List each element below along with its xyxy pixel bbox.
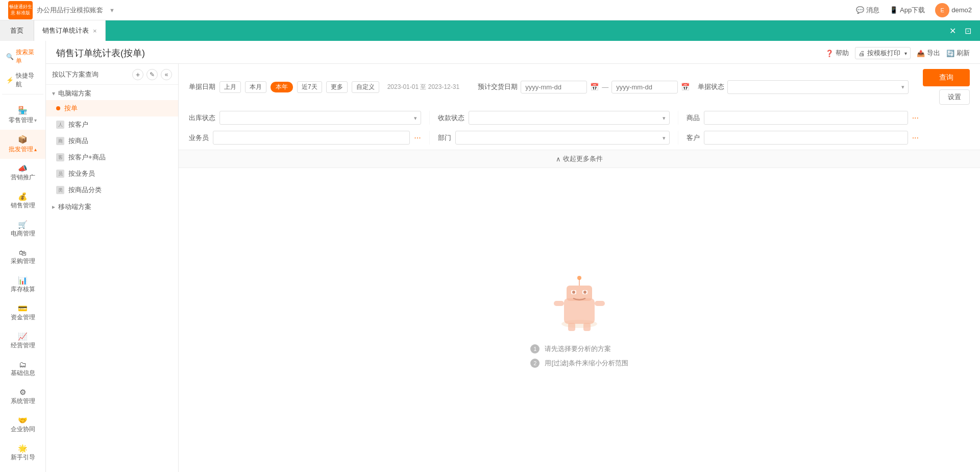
tab-home-label: 首页 <box>10 26 23 35</box>
quick-nav-btn[interactable]: ⚡ 快捷导航 <box>2 68 43 92</box>
refresh-btn[interactable]: 🔄 刷新 <box>946 49 970 58</box>
wholesale-icon: 📦 <box>18 135 28 144</box>
sidebar-item-finance[interactable]: 💳 资金管理 <box>0 299 45 327</box>
main-right: 单据日期 上月 本月 本年 近7天 更多 自定义 2023-01-01 至 20… <box>179 64 980 472</box>
tip2-num-icon: 2 <box>530 359 540 368</box>
query-btn[interactable]: 查询 <box>923 69 970 86</box>
collapse-bar[interactable]: ∧ 收起更多条件 <box>179 150 980 168</box>
message-label: 消息 <box>866 6 879 15</box>
tip2-text: 用[过滤]条件来缩小分析范围 <box>545 359 628 368</box>
tree-item-by-goods[interactable]: 商 按商品 <box>46 133 178 149</box>
pred-date-start-icon: 📅 <box>590 83 599 91</box>
action-btns: 查询 设置 <box>923 69 970 105</box>
warehouse-select-wrapper: ▾ <box>219 111 421 125</box>
sidebar-item-inventory[interactable]: 📊 库存核算 <box>0 271 45 299</box>
tree-item-by-customer-goods[interactable]: 客 按客户+商品 <box>46 149 178 166</box>
app-download-btn[interactable]: 📱 App下载 <box>890 6 925 15</box>
sidebar-item-guide[interactable]: 🌟 新手引导 <box>0 439 45 467</box>
edit-scheme-btn[interactable]: ✎ <box>146 69 158 80</box>
pred-date-start-input[interactable] <box>521 81 587 93</box>
tip1-text: 请先选择要分析的方案 <box>545 344 611 353</box>
customer-input[interactable] <box>704 131 908 145</box>
customer-more-btn[interactable]: ··· <box>912 133 919 143</box>
maximize-btn[interactable]: ⊡ <box>962 25 974 37</box>
ecommerce-icon: 🛒 <box>18 220 28 229</box>
sidebar-item-ecommerce[interactable]: 🛒 电商管理 <box>0 215 45 243</box>
close-all-btn[interactable]: ✕ <box>946 25 959 37</box>
top-bar-right: 💬 消息 📱 App下载 E demo2 <box>856 3 972 17</box>
sidebar-item-operations[interactable]: 📈 经营管理 <box>0 327 45 355</box>
tab-home[interactable]: 首页 <box>0 20 34 41</box>
app-title[interactable]: 办公用品行业模拟账套 <box>37 6 103 15</box>
filter-row3: 业务员 ··· 部门 ▾ <box>179 128 980 150</box>
sidebar-item-marketing[interactable]: 📣 营销推广 <box>0 159 45 187</box>
settings-btn[interactable]: 设置 <box>939 89 970 105</box>
sidebar-item-retail[interactable]: 🏪 零售管理 ▾ <box>0 101 45 130</box>
goods-input[interactable] <box>704 111 908 125</box>
user-btn[interactable]: E demo2 <box>935 3 972 17</box>
more-date-btn[interactable]: 更多 <box>326 81 348 93</box>
sales-label: 销售管理 <box>11 202 35 209</box>
this-year-btn[interactable]: 本年 <box>271 82 293 92</box>
tree-item-by-salesman-label: 按业务员 <box>68 169 95 178</box>
pred-date-end-input[interactable] <box>611 81 678 93</box>
svg-rect-9 <box>568 323 575 331</box>
inventory-icon: 📊 <box>18 276 28 285</box>
tab-current[interactable]: 销售订单统计表 × <box>34 20 106 41</box>
sidebar-top: 🔍 搜索菜单 ⚡ 快捷导航 <box>0 41 45 101</box>
sidebar-item-apps[interactable]: 🔲 应用中心 <box>0 467 45 472</box>
tab-close-icon[interactable]: × <box>93 27 97 35</box>
warehouse-select[interactable] <box>219 111 421 125</box>
search-menu-btn[interactable]: 🔍 搜索菜单 <box>2 45 43 68</box>
custom-date-btn[interactable]: 自定义 <box>352 81 379 93</box>
dept-label: 部门 <box>438 133 451 143</box>
filters-area: 单据日期 上月 本月 本年 近7天 更多 自定义 2023-01-01 至 20… <box>179 64 980 168</box>
salesman-filter-label: 业务员 <box>189 133 209 143</box>
dept-select[interactable] <box>455 131 670 145</box>
svg-rect-7 <box>554 301 564 306</box>
tree-item-by-salesman[interactable]: 员 按业务员 <box>46 166 178 182</box>
retail-arrow: ▾ <box>34 117 37 123</box>
date-range-display: 2023-01-01 至 2023-12-31 <box>387 83 459 91</box>
avatar: E <box>935 3 949 17</box>
message-btn[interactable]: 💬 消息 <box>856 6 879 15</box>
active-dot-icon <box>56 106 60 110</box>
logo-text: 畅捷通好生意 标准版 <box>8 4 33 16</box>
tree-item-by-customer[interactable]: 人 按客户 <box>46 116 178 133</box>
status-label: 单据状态 <box>698 82 724 91</box>
tree-item-by-category[interactable]: 类 按商品分类 <box>46 182 178 198</box>
tree-item-by-order[interactable]: 按单 <box>46 100 178 116</box>
add-scheme-btn[interactable]: + <box>132 69 143 80</box>
payment-select[interactable] <box>469 111 670 125</box>
goods-more-btn[interactable]: ··· <box>912 113 919 123</box>
print-btn[interactable]: 🖨 按模板打印 ▾ <box>855 47 911 59</box>
sidebar-item-wholesale[interactable]: 📦 批发管理 ▴ <box>0 130 45 159</box>
wholesale-label: 批发管理 <box>9 145 33 154</box>
app-title-arrow[interactable]: ▼ <box>109 7 115 13</box>
filter-row1: 单据日期 上月 本月 本年 近7天 更多 自定义 2023-01-01 至 20… <box>179 64 980 108</box>
refresh-icon: 🔄 <box>946 50 954 57</box>
last7days-btn[interactable]: 近7天 <box>297 81 322 93</box>
sidebar-item-collaboration[interactable]: 🤝 企业协同 <box>0 411 45 439</box>
tree-item-by-category-label: 按商品分类 <box>68 185 102 195</box>
sidebar-item-basic[interactable]: 🗂 基础信息 <box>0 355 45 383</box>
this-month-btn[interactable]: 本月 <box>245 81 266 93</box>
pred-date-label: 预计交货日期 <box>478 82 518 91</box>
export-btn[interactable]: 📤 导出 <box>917 49 940 58</box>
sidebar-item-system[interactable]: ⚙ 系统管理 <box>0 383 45 411</box>
salesman-more-btn[interactable]: ··· <box>414 133 421 143</box>
tab-actions: ✕ ⊡ <box>946 25 980 37</box>
payment-label: 收款状态 <box>438 113 464 123</box>
last-month-btn[interactable]: 上月 <box>219 81 241 93</box>
ecommerce-label: 电商管理 <box>11 230 35 237</box>
salesman-input[interactable] <box>213 131 410 145</box>
help-btn[interactable]: ❓ 帮助 <box>825 49 849 58</box>
print-label: 按模板打印 <box>867 49 900 58</box>
status-select-wrapper: ▾ <box>727 80 909 94</box>
sidebar-item-purchase[interactable]: 🛍 采购管理 <box>0 243 45 271</box>
status-select[interactable] <box>727 80 909 94</box>
sidebar-item-sales[interactable]: 💰 销售管理 <box>0 187 45 215</box>
collapse-panel-btn[interactable]: « <box>161 69 172 80</box>
left-panel-tools: + ✎ « <box>132 69 172 80</box>
salesman-filter: 业务员 ··· <box>189 131 430 145</box>
